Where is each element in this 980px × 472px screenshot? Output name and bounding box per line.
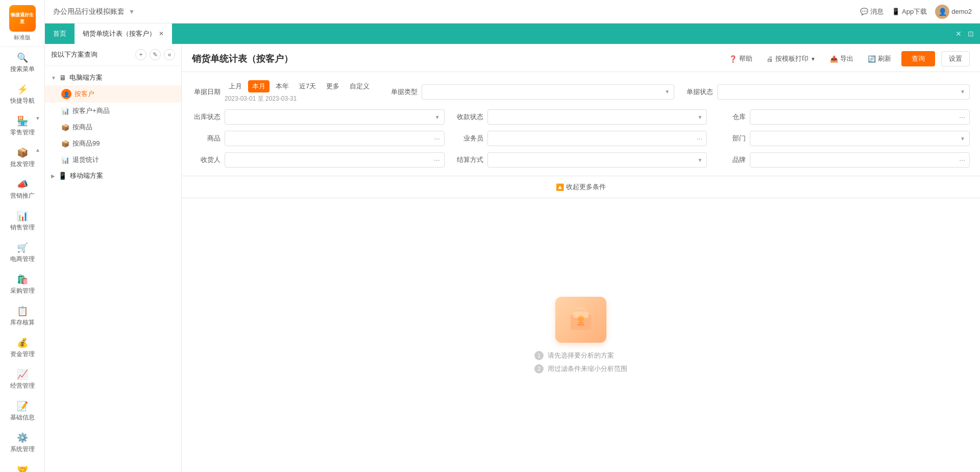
payment-arrow-icon: ▼	[697, 114, 702, 120]
brand-input[interactable]: ···	[750, 152, 970, 168]
filter-doc-status: 单据状态 ▼	[684, 84, 970, 100]
dept-input[interactable]: ▼	[750, 131, 970, 146]
window-close-btn[interactable]: ✕	[955, 30, 962, 38]
print-template-btn[interactable]: 🖨 按模板打印 ▼	[763, 52, 820, 65]
settings-button[interactable]: 设置	[941, 51, 970, 66]
empty-tip-2: 2 用过滤条件来缩小分析范围	[534, 364, 627, 373]
tabbar: 首页 销货单统计表（按客户） ✕ ✕ ⊡	[45, 23, 980, 44]
sidebar-item-enterprise[interactable]: 🤝 企业协同	[0, 459, 44, 472]
sidebar-item-system[interactable]: ⚙️ 系统管理	[0, 427, 44, 459]
export-icon: 📤	[830, 55, 838, 63]
date-tab-last-month[interactable]: 上月	[225, 80, 246, 92]
sidebar-item-purchase[interactable]: 🛍️ 采购管理	[0, 269, 44, 300]
marketing-icon: 📣	[17, 179, 28, 190]
by-goods-99-icon: 📦	[61, 140, 69, 148]
add-scheme-btn[interactable]: +	[135, 49, 146, 60]
filter-date: 单据日期 上月 本月 本年 近7天 更多 自定义 2023-03-01 至 20…	[192, 80, 374, 103]
query-button[interactable]: 查询	[901, 51, 935, 66]
topbar-arrow: ▼	[129, 8, 135, 15]
doc-type-input[interactable]: ▼	[422, 84, 674, 100]
desktop-icon: 🖥	[59, 74, 66, 82]
tree-group-mobile-header[interactable]: ▶ 📱 移动端方案	[45, 168, 181, 183]
sidebar-item-inventory[interactable]: 📋 库存核算	[0, 300, 44, 332]
refresh-btn[interactable]: 🔄 刷新	[864, 52, 895, 65]
collapse-row: 🔼 收起更多条件	[182, 176, 980, 198]
app-download-btn[interactable]: 📱 App下载	[892, 7, 927, 16]
tree-item-by-customer[interactable]: 👤 按客户	[45, 85, 181, 103]
help-icon: ❓	[729, 55, 737, 63]
ship-arrow-icon: ▼	[435, 114, 440, 120]
tree-group-mobile-arrow: ▶	[51, 173, 55, 179]
date-tab-7days[interactable]: 近7天	[295, 80, 320, 92]
sidebar-item-quick-nav[interactable]: ⚡ 快捷导航	[0, 79, 44, 110]
tree-group-arrow: ▼	[51, 75, 56, 81]
payment-status-input[interactable]: ▼	[487, 109, 707, 125]
help-btn[interactable]: ❓ 帮助	[725, 52, 756, 65]
user-menu[interactable]: 👤 demo2	[935, 5, 972, 19]
tree-group-mobile: ▶ 📱 移动端方案	[45, 168, 181, 183]
collapse-panel-btn[interactable]: «	[164, 49, 175, 60]
ship-label: 出库状态	[192, 112, 220, 122]
goods-label: 商品	[192, 134, 220, 143]
staff-input[interactable]: ···	[487, 131, 707, 146]
collapse-btn[interactable]: 🔼 收起更多条件	[548, 180, 614, 194]
basic-icon: 📝	[17, 400, 28, 412]
message-btn[interactable]: 💬 消息	[860, 7, 884, 16]
settle-input[interactable]: ▼	[487, 152, 707, 168]
tree-group-desktop-header[interactable]: ▼ 🖥 电脑端方案	[45, 70, 181, 85]
sidebar-item-sales[interactable]: 📊 销售管理	[0, 205, 44, 237]
filter-row-2: 出库状态 ▼ 收款状态 ▼	[192, 109, 970, 125]
warehouse-input[interactable]: ···	[750, 109, 970, 125]
sidebar-item-wholesale[interactable]: 📦 批发管理 ▲	[0, 142, 44, 174]
sidebar-item-ecommerce[interactable]: 🛒 电商管理	[0, 237, 44, 269]
enterprise-icon: 🤝	[17, 464, 28, 472]
sidebar-item-finance[interactable]: 💰 资金管理	[0, 332, 44, 364]
date-tab-more[interactable]: 更多	[322, 80, 344, 92]
warehouse-label: 仓库	[717, 112, 746, 122]
content-area: 按以下方案查询 + ✎ « ▼ 🖥 电脑端方案 👤 按客户	[45, 44, 980, 472]
sidebar-item-retail[interactable]: 🏪 零售管理 ▼	[0, 110, 44, 142]
inventory-icon: 📋	[17, 305, 28, 317]
window-maximize-btn[interactable]: ⊡	[968, 30, 974, 38]
tree-item-by-goods[interactable]: 📦 按商品	[45, 119, 181, 135]
date-tab-this-year[interactable]: 本年	[272, 80, 293, 92]
receiver-input[interactable]: ···	[225, 152, 445, 168]
tab-home[interactable]: 首页	[45, 23, 75, 44]
left-panel-actions: + ✎ «	[135, 49, 175, 60]
date-tabs: 上月 本月 本年 近7天 更多 自定义	[225, 80, 374, 92]
sidebar-item-search[interactable]: 🔍 搜索菜单	[0, 47, 44, 79]
settle-label: 结算方式	[455, 155, 483, 164]
sidebar-item-marketing[interactable]: 📣 营销推广	[0, 174, 44, 205]
tree-item-return-stats[interactable]: 📊 退货统计	[45, 152, 181, 168]
doc-status-label: 单据状态	[684, 87, 713, 97]
date-tab-this-month[interactable]: 本月	[248, 80, 270, 92]
sidebar-item-basic[interactable]: 📝 基础信息	[0, 395, 44, 427]
export-btn[interactable]: 📤 导出	[826, 52, 857, 65]
sidebar-item-operations[interactable]: 📈 经营管理	[0, 364, 44, 395]
mobile-icon: 📱	[58, 172, 67, 180]
date-tab-custom[interactable]: 自定义	[346, 80, 374, 92]
purchase-icon: 🛍️	[17, 274, 28, 285]
main-area: 办公用品行业模拟账套 ▼ 💬 消息 📱 App下载 👤 demo2 首页	[45, 0, 980, 472]
print-arrow-icon: ▼	[811, 56, 816, 62]
doc-status-input[interactable]: ▼	[717, 84, 970, 100]
tree-item-customer-goods[interactable]: 📊 按客户+商品	[45, 103, 181, 119]
goods-input[interactable]: ···	[225, 131, 445, 146]
warehouse-dots-icon: ···	[959, 113, 965, 121]
dept-arrow-icon: ▼	[960, 136, 965, 141]
tab-sales-report[interactable]: 销货单统计表（按客户） ✕	[75, 23, 172, 44]
system-icon: ⚙️	[17, 432, 28, 443]
tab-close-icon[interactable]: ✕	[159, 30, 164, 37]
ship-status-input[interactable]: ▼	[225, 109, 445, 125]
return-stats-icon: 📊	[61, 156, 69, 164]
avatar: 👤	[935, 5, 949, 19]
tree-item-by-goods-99[interactable]: 📦 按商品99	[45, 135, 181, 152]
search-icon: 🔍	[17, 52, 28, 63]
date-range: 2023-03-01 至 2023-03-31	[225, 95, 374, 103]
filter-payment-status: 收款状态 ▼	[455, 109, 707, 125]
operations-icon: 📈	[17, 369, 28, 380]
logo-label: 标准版	[14, 34, 31, 41]
edit-scheme-btn[interactable]: ✎	[150, 49, 161, 60]
filter-row-4: 收货人 ··· 结算方式 ▼	[192, 152, 970, 168]
receiver-label: 收货人	[192, 155, 220, 164]
